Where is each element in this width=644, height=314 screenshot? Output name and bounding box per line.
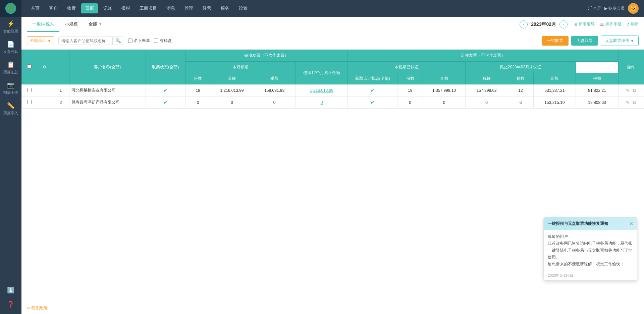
row-checkbox[interactable]	[22, 97, 37, 109]
tab-date-text: 2023年02月	[531, 21, 556, 27]
row-checkbox[interactable]	[22, 84, 37, 97]
check-account-checkbox[interactable]	[128, 39, 132, 43]
no-disk-fetch-button[interactable]: 无盘取票	[571, 36, 598, 46]
search-input[interactable]	[59, 37, 112, 45]
sidebar-item-data-entry[interactable]: ✏️ 票据录入	[0, 99, 21, 119]
nav-member[interactable]: ▶ 畅享会员	[604, 6, 625, 11]
date-next-arrow[interactable]: ›	[559, 20, 568, 28]
nav-invoice[interactable]: 票据	[81, 3, 98, 13]
no-disk-ops-label: 无盘取票操作	[605, 38, 629, 44]
sidebar-item-smart-fetch[interactable]: ⚡ 智能取票	[0, 17, 21, 37]
row-purchase-period-num: 19	[397, 84, 423, 97]
row-purchase-period-num: 0	[397, 97, 423, 109]
sidebar-item-invoice-summary-label: 票据汇总	[3, 70, 18, 75]
row-copy-icon[interactable]: ⧉	[633, 87, 636, 93]
sidebar-item-issue-invoice[interactable]: 📄 发票开具	[0, 37, 21, 58]
filter-right-actions: 一键取票 无盘取票 无盘取票操作 ▼	[542, 36, 639, 46]
row-sales-tax: 158,081.83	[253, 84, 296, 97]
nav-clients[interactable]: 客户	[45, 3, 62, 13]
nav-right-area: ⛶ 全屏 ▶ 畅享会员 🐱	[588, 3, 639, 14]
th-purchase-uncert-amount: 金额	[533, 73, 576, 84]
sidebar-item-scan-upload[interactable]: 📷 扫描上传	[0, 78, 21, 99]
nav-settings[interactable]: 设置	[235, 3, 252, 13]
th-client-name: 客户名称(全部)	[69, 50, 146, 84]
th-checkbox	[22, 50, 37, 84]
avatar[interactable]: 🐱	[628, 3, 639, 14]
search-button[interactable]: 🔍	[112, 37, 124, 45]
row-purchase-period-amount: 0	[423, 97, 466, 109]
check-taxable-label[interactable]: 有税盘	[154, 38, 172, 44]
th-purchase-uncert-num: 份数	[508, 73, 533, 84]
check-taxable-checkbox[interactable]	[154, 39, 158, 43]
th-no	[52, 50, 69, 84]
sidebar-item-invoice-summary[interactable]: 📋 票据汇总	[0, 58, 21, 78]
nav-billing[interactable]: 收费	[63, 3, 80, 13]
scan-upload-icon: 📷	[7, 81, 14, 89]
sidebar-bottom: ⬇️ ❓	[0, 284, 21, 314]
notification-scroll[interactable]: 尊敬的用户： 江苏政务网已恢复访问电子税务局功能，易代账一键登陆电子税务局与无盘…	[544, 230, 637, 271]
row-ops: ✎ ⧉	[618, 84, 644, 97]
check-taxable-text: 有税盘	[160, 38, 172, 44]
notification-close-button[interactable]: ×	[630, 221, 633, 227]
issue-invoice-icon: 📄	[7, 41, 14, 48]
th-purchase-uncert-tax: 税额	[576, 73, 619, 84]
row-copy-icon[interactable]: ⧉	[633, 100, 636, 105]
nav-service[interactable]: 服务	[217, 3, 233, 13]
refresh-icon: ↺	[626, 22, 630, 27]
no-disk-ops-dropdown-icon: ▼	[630, 39, 634, 43]
th-settings: ⚙	[37, 50, 52, 84]
row-purchase-uncert-amount: 631,337.21	[533, 84, 576, 97]
tab-small-scale[interactable]: 小规模	[59, 17, 83, 32]
date-prev-arrow[interactable]: ‹	[520, 20, 528, 28]
th-sales-cumulative: 连续12个月累计金额	[296, 61, 348, 84]
row-cert-status: ✔	[348, 84, 397, 97]
nav-operation[interactable]: 经营	[199, 3, 215, 13]
tab-right-actions: ⊕ 新手引导 📖 操作手册 ↺ 刷新	[574, 21, 639, 27]
nav-home[interactable]: 首页	[27, 3, 44, 13]
row-purchase-period-tax: 0	[465, 97, 508, 109]
tab-all[interactable]: 全能 ▼	[83, 17, 107, 32]
operation-manual-icon: 📖	[599, 22, 604, 27]
new-guide-action[interactable]: ⊕ 新手引导	[574, 21, 595, 27]
row-sales-cumulative[interactable]: 0	[296, 97, 348, 109]
row-purchase-uncert-tax: 19,808.63	[576, 97, 619, 109]
row-sales-amount: 0	[211, 97, 253, 109]
th-purchase-period-num: 份数	[397, 73, 423, 84]
operation-manual-action[interactable]: 📖 操作手册	[599, 21, 622, 27]
row-sales-tax: 0	[253, 97, 296, 109]
notification-popup: 一键报税与无盘取票功能恢复通知 × 尊敬的用户： 江苏政务网已恢复访问电子税务局…	[543, 217, 637, 280]
one-key-fetch-button[interactable]: 一键取票	[542, 36, 569, 46]
check-account-label[interactable]: 名下账套	[128, 38, 150, 44]
sidebar-download[interactable]: ⬇️	[0, 284, 21, 297]
tab-general-taxpayer[interactable]: 一般纳税人	[27, 17, 59, 32]
row-purchase-uncert-num: 6	[508, 97, 533, 109]
tabs-bar: 一般纳税人 小规模 全能 ▼ ‹ 2023年02月 › ⊕ 新手引导 📖 操作手…	[21, 17, 644, 32]
employee-select[interactable]: 全部员工 ▼	[27, 36, 54, 45]
refresh-action[interactable]: ↺ 刷新	[626, 21, 639, 27]
sidebar-help[interactable]: ❓	[0, 298, 21, 311]
th-purchase-group: 进项发票（不含作废票）	[348, 50, 619, 62]
row-purchase-period-tax: 157,399.62	[465, 84, 508, 97]
row-sales-cumulative[interactable]: 1,216,013.99	[296, 84, 348, 97]
select-all-checkbox[interactable]	[27, 64, 32, 69]
nav-fullscreen[interactable]: ⛶ 全屏	[588, 6, 601, 11]
row-purchase-uncert-tax: 81,822.21	[576, 84, 619, 97]
nav-message[interactable]: 消息	[162, 3, 179, 13]
row-purchase-uncert-amount: 153,215.10	[533, 97, 576, 109]
nav-tax[interactable]: 报税	[117, 3, 134, 13]
no-disk-ops-button[interactable]: 无盘取票操作 ▼	[601, 36, 639, 46]
row-cert-status: ✔	[348, 97, 397, 109]
play-icon: ▶	[604, 6, 607, 11]
nav-business[interactable]: 工商项目	[136, 3, 161, 13]
row-edit-icon[interactable]: ✎	[626, 88, 630, 93]
notification-body: 尊敬的用户： 江苏政务网已恢复访问电子税务局功能，易代账一键登陆电子税务局与无盘…	[544, 230, 637, 271]
table-row: 1 河北柯橘楠实业有限公司 ✔ 18 1,216,013.99 158,081.…	[22, 84, 644, 97]
nav-accounting[interactable]: 记账	[99, 3, 116, 13]
row-edit-icon[interactable]: ✎	[626, 100, 630, 105]
nav-manage[interactable]: 管理	[180, 3, 197, 13]
th-cert-status: 获取认证状态(全部)	[348, 73, 397, 84]
tax-policy-link[interactable]: ⊙ 税务政策	[27, 305, 47, 311]
notification-date: 2023年3月20日	[544, 271, 637, 280]
notification-title: 一键报税与无盘取票功能恢复通知	[548, 221, 608, 227]
th-purchase-period: 本税期已认证	[348, 61, 466, 73]
